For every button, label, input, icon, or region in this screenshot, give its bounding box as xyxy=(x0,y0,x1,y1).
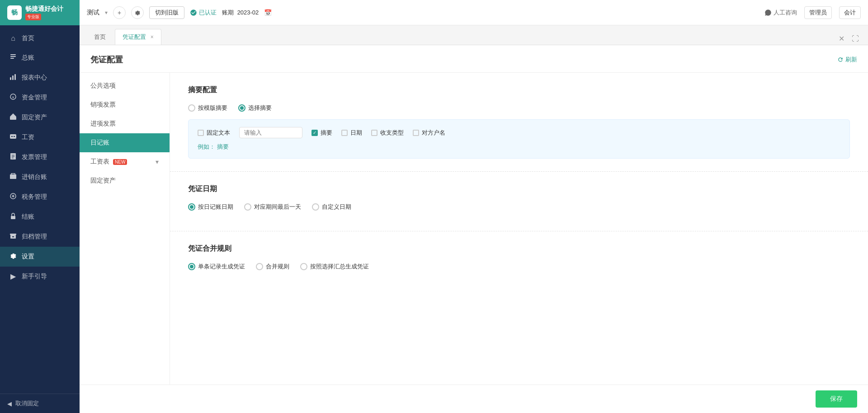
income-expense-label: 收支类型 xyxy=(380,129,404,137)
tax-icon xyxy=(9,192,17,202)
summary-checkbox: ✓ xyxy=(311,130,318,136)
sidebar-item-home[interactable]: ⌂ 首页 xyxy=(0,29,80,48)
close-tab-icon[interactable]: ✕ xyxy=(837,33,846,45)
nav-sales-invoice[interactable]: 销项发票 xyxy=(80,95,170,114)
content-area: 公共选项 销项发票 进项发票 日记账 工资表 NEW ▾ 固定资产 摘要配置 按… xyxy=(80,73,868,413)
nav-purchase-invoice[interactable]: 进项发票 xyxy=(80,114,170,133)
svg-rect-21 xyxy=(11,216,15,219)
summary-title: 摘要配置 xyxy=(188,85,850,95)
refresh-btn[interactable]: 刷新 xyxy=(837,56,857,64)
radio-summary-generate[interactable]: 按照选择汇总生成凭证 xyxy=(300,263,369,271)
svg-rect-22 xyxy=(10,234,16,235)
page-title: 凭证配置 xyxy=(90,54,123,65)
svg-marker-9 xyxy=(10,113,16,117)
counterpart-checkbox xyxy=(413,130,419,136)
funds-icon: ¥ xyxy=(9,93,17,102)
radio-single-record[interactable]: 单条记录生成凭证 xyxy=(188,263,245,271)
summary-options: 固定文本 ✓ 摘要 日期 收支类型 xyxy=(198,127,840,138)
refresh-label: 刷新 xyxy=(845,56,857,64)
checkbox-summary[interactable]: ✓ 摘要 xyxy=(311,129,332,137)
radio-period-last[interactable]: 对应期间最后一天 xyxy=(244,203,301,211)
sidebar-item-reports[interactable]: 报表中心 xyxy=(0,68,80,88)
switch-old-version-btn[interactable]: 切到旧版 xyxy=(149,6,184,19)
sidebar-item-settings[interactable]: 设置 xyxy=(0,247,80,267)
sidebar-label-tax: 税务管理 xyxy=(22,193,47,201)
svg-rect-4 xyxy=(12,75,14,80)
logo-name: 畅捷通好会计 xyxy=(25,5,63,13)
consult-btn[interactable]: 人工咨询 xyxy=(764,9,797,17)
home-icon: ⌂ xyxy=(9,34,17,42)
sidebar-item-invoice-mgmt[interactable]: 发票管理 xyxy=(0,147,80,167)
svg-rect-11 xyxy=(11,136,13,137)
tab-config-close[interactable]: × xyxy=(151,34,154,40)
checkbox-fixed-text[interactable]: 固定文本 xyxy=(198,129,230,137)
sales-purchase-icon xyxy=(9,173,17,182)
nav-journal[interactable]: 日记账 xyxy=(80,133,170,152)
sidebar-item-funds[interactable]: ¥ 资金管理 xyxy=(0,88,80,108)
assets-icon xyxy=(9,113,17,122)
pro-badge: 专业版 xyxy=(25,14,41,20)
checkbox-date[interactable]: 日期 xyxy=(341,129,362,137)
admin-btn[interactable]: 管理员 xyxy=(804,6,832,19)
payroll-chevron-icon: ▾ xyxy=(156,158,159,165)
sidebar-item-tax[interactable]: 税务管理 xyxy=(0,187,80,207)
svg-rect-10 xyxy=(10,134,16,139)
main-content: 凭证配置 刷新 公共选项 销项发票 进项发票 日记账 工资表 NEW ▾ 固定资… xyxy=(80,45,868,413)
sidebar-label-close: 结账 xyxy=(22,213,34,221)
svg-rect-17 xyxy=(10,174,16,179)
nav-payroll-table[interactable]: 工资表 NEW ▾ xyxy=(80,152,170,171)
topbar-right: 人工咨询 管理员 会计 xyxy=(764,6,861,19)
sidebar-item-guide[interactable]: ▶ 新手引导 xyxy=(0,267,80,286)
radio-custom-date[interactable]: 自定义日期 xyxy=(312,203,351,211)
nav-public[interactable]: 公共选项 xyxy=(80,76,170,95)
date-label: 日期 xyxy=(350,129,362,137)
tab-home[interactable]: 首页 xyxy=(87,29,113,45)
project-dropdown-icon[interactable]: ▾ xyxy=(105,9,108,16)
save-button[interactable]: 保存 xyxy=(816,390,857,408)
summary-label: 摘要 xyxy=(321,129,332,137)
nav-fixed-assets[interactable]: 固定资产 xyxy=(80,171,170,190)
fixed-text-input[interactable] xyxy=(239,127,302,138)
radio-template-summary[interactable]: 按模版摘要 xyxy=(188,104,227,112)
project-name: 测试 xyxy=(87,9,99,17)
cancel-fixed-btn[interactable]: ◀ 取消固定 xyxy=(0,394,80,413)
merge-rules-circle xyxy=(256,263,263,270)
sidebar-item-sales-purchase[interactable]: 进销台账 xyxy=(0,167,80,187)
sidebar-item-assets[interactable]: 固定资产 xyxy=(0,108,80,127)
tabbar-actions: ✕ ⛶ xyxy=(163,33,861,45)
tab-config-label: 凭证配置 xyxy=(123,33,146,40)
settings-gear-btn[interactable] xyxy=(131,6,144,19)
svg-rect-24 xyxy=(12,236,14,237)
sidebar: 畅 畅捷通好会计 专业版 ⌂ 首页 总账 报表中心 ¥ xyxy=(0,0,80,413)
radio-select-circle xyxy=(238,104,245,112)
calendar-icon[interactable]: 📅 xyxy=(264,9,272,16)
radio-select-summary[interactable]: 选择摘要 xyxy=(238,104,272,112)
radio-journal-date[interactable]: 按日记账日期 xyxy=(188,203,233,211)
accountant-btn[interactable]: 会计 xyxy=(839,6,861,19)
tab-config[interactable]: 凭证配置 × xyxy=(115,29,161,45)
sidebar-item-ledger[interactable]: 总账 xyxy=(0,48,80,68)
radio-merge-rules[interactable]: 合并规则 xyxy=(256,263,289,271)
sidebar-label-assets: 固定资产 xyxy=(22,113,47,122)
expand-icon[interactable]: ⛶ xyxy=(850,33,861,45)
sidebar-scroll: ⌂ 首页 总账 报表中心 ¥ 资金管理 固定资产 xyxy=(0,25,80,394)
add-project-btn[interactable]: + xyxy=(113,6,126,19)
topbar: 测试 ▾ + 切到旧版 已认证 账期 2023-02 📅 人工咨询 管理员 会计 xyxy=(80,0,868,25)
sidebar-item-payroll[interactable]: 工资 xyxy=(0,127,80,147)
sidebar-item-archive[interactable]: 归档管理 xyxy=(0,227,80,247)
sidebar-item-close[interactable]: 结账 xyxy=(0,207,80,227)
svg-rect-0 xyxy=(10,54,16,55)
date-checkbox xyxy=(341,130,348,136)
close-accounting-icon xyxy=(9,212,17,221)
journal-date-circle xyxy=(188,203,195,211)
sidebar-label-sales-purchase: 进销台账 xyxy=(22,173,47,181)
checkbox-income-expense[interactable]: 收支类型 xyxy=(371,129,404,137)
invoice-mgmt-icon xyxy=(9,153,17,162)
fixed-text-label: 固定文本 xyxy=(207,129,230,137)
svg-rect-2 xyxy=(10,58,14,59)
single-record-label: 单条记录生成凭证 xyxy=(198,263,245,271)
checkbox-counterpart[interactable]: 对方户名 xyxy=(413,129,445,137)
tabbar: 首页 凭证配置 × ✕ ⛶ xyxy=(80,25,868,45)
summary-config-box: 固定文本 ✓ 摘要 日期 收支类型 xyxy=(188,119,850,159)
summary-radio-group: 按模版摘要 选择摘要 xyxy=(188,104,850,112)
